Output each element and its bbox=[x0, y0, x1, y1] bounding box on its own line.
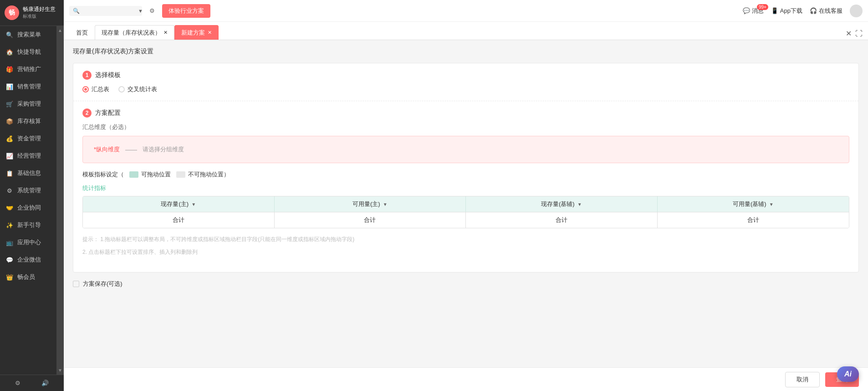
col-dropdown-2[interactable]: ▼ bbox=[577, 202, 582, 207]
tab-new-plan-close[interactable]: ✕ bbox=[208, 30, 212, 36]
draggable-legend-box bbox=[129, 171, 138, 178]
sidebar-label-basic: 基础信息 bbox=[17, 169, 41, 177]
sidebar-item-nav[interactable]: 🏠 快捷导航 bbox=[0, 43, 56, 61]
tips-area: 提示： 1.拖动标题栏可以调整布局，不可跨维度或指标区域拖动栏目字段(只能在同一… bbox=[82, 228, 849, 265]
sidebar-item-member[interactable]: 👑 畅会员 bbox=[0, 268, 56, 286]
tab-new-plan[interactable]: 新建方案 ✕ bbox=[174, 25, 219, 40]
sidebar-header: 畅 畅康通好生意 标准版 bbox=[0, 0, 64, 26]
cell-0-0: 合计 bbox=[83, 212, 275, 228]
step2-header: 2 方案配置 bbox=[82, 108, 849, 118]
save-option: 方案保存(可选) bbox=[73, 280, 859, 288]
col-dropdown-0[interactable]: ▼ bbox=[191, 202, 196, 207]
tab-inventory[interactable]: 现存量（库存状况表） ✕ bbox=[95, 25, 174, 40]
search-dropdown-arrow[interactable]: ▼ bbox=[138, 8, 143, 14]
box-icon: 📦 bbox=[5, 117, 14, 125]
online-service-label: 在线客服 bbox=[819, 7, 842, 15]
label-summary: 汇总表 bbox=[92, 85, 109, 93]
star-icon: ✨ bbox=[5, 221, 14, 229]
sidebar-item-purchase[interactable]: 🛒 采购管理 bbox=[0, 95, 56, 113]
col-label-3: 可用量(基辅) bbox=[733, 200, 766, 208]
sidebar-item-appcenter[interactable]: 📺 应用中心 bbox=[0, 234, 56, 251]
sidebar: 畅 畅康通好生意 标准版 🔍 搜索菜单 🏠 快捷导航 🎁 营销推广 📊 销售管理 bbox=[0, 0, 64, 391]
dimension-placeholder: 请选择分组维度 bbox=[143, 145, 184, 154]
radio-summary[interactable] bbox=[82, 86, 89, 93]
cell-0-2: 合计 bbox=[466, 212, 658, 228]
col-dropdown-3[interactable]: ▼ bbox=[769, 202, 774, 207]
dimension-area[interactable]: *纵向维度 —— 请选择分组维度 bbox=[82, 136, 849, 163]
tab-home[interactable]: 首页 bbox=[69, 25, 95, 40]
home-icon: 🏠 bbox=[5, 48, 14, 56]
sidebar-item-system[interactable]: ⚙ 系统管理 bbox=[0, 182, 56, 199]
trending-icon: 📈 bbox=[5, 152, 14, 160]
sidebar-item-collab[interactable]: 🤝 企业协同 bbox=[0, 199, 56, 216]
sidebar-label-system: 系统管理 bbox=[17, 186, 41, 195]
sidebar-label-finance: 资金管理 bbox=[17, 134, 41, 143]
col-header-3: 可用量(基辅) ▼ bbox=[658, 196, 849, 212]
indicator-settings: 模板指标设定（ 可拖动位置 不可拖动位置） bbox=[82, 170, 849, 179]
gift-icon: 🎁 bbox=[5, 65, 14, 73]
stats-table: 现存量(主) ▼ 可用量(主) ▼ 现存量(基辅) ▼ 可用量(基辅) bbox=[82, 196, 849, 228]
cart-icon: 🛒 bbox=[5, 100, 14, 108]
search-box[interactable]: 🔍 ▼ bbox=[69, 6, 142, 16]
col-label-0: 现存量(主) bbox=[161, 200, 189, 208]
sidebar-footer: ⚙ 🔊 bbox=[0, 375, 64, 391]
tip-0: 提示： 1.拖动标题栏可以调整布局，不可跨维度或指标区域拖动栏目字段(只能在同一… bbox=[82, 234, 849, 245]
settings-button[interactable]: ⚙ bbox=[146, 5, 158, 17]
app-download-label: App下载 bbox=[780, 7, 802, 15]
sidebar-label-inventory: 库存核算 bbox=[17, 117, 41, 125]
sidebar-item-search[interactable]: 🔍 搜索菜单 bbox=[0, 26, 56, 43]
radio-cross[interactable] bbox=[118, 86, 125, 93]
step1-badge: 1 bbox=[82, 71, 92, 80]
user-avatar[interactable] bbox=[850, 5, 863, 17]
stats-columns-header: 现存量(主) ▼ 可用量(主) ▼ 现存量(基辅) ▼ 可用量(基辅) bbox=[83, 196, 849, 212]
col-dropdown-1[interactable]: ▼ bbox=[383, 202, 388, 207]
volume-icon[interactable]: 🔊 bbox=[41, 380, 49, 386]
draggable-legend-label: 可拖动位置 bbox=[141, 170, 171, 179]
cell-0-1: 合计 bbox=[275, 212, 466, 228]
sidebar-label-collab: 企业协同 bbox=[17, 204, 41, 212]
col-label-2: 现存量(基辅) bbox=[541, 200, 575, 208]
tab-inventory-close[interactable]: ✕ bbox=[163, 30, 168, 36]
expand-window-button[interactable]: ⛶ bbox=[855, 30, 863, 38]
legend-fixed: 不可拖动位置） bbox=[176, 170, 230, 179]
chat-icon: 💬 bbox=[5, 256, 14, 264]
topbar: 🔍 ▼ ⚙ 体验行业方案 💬 消息 99+ 📱 App下载 🎧 在线客服 bbox=[64, 0, 868, 22]
scroll-up-arrow[interactable]: ▲ bbox=[58, 28, 62, 33]
search-icon: 🔍 bbox=[5, 31, 14, 39]
message-button[interactable]: 💬 消息 99+ bbox=[743, 7, 764, 15]
sidebar-item-wechat[interactable]: 💬 企业微信 bbox=[0, 251, 56, 268]
sidebar-item-operations[interactable]: 📈 经营管理 bbox=[0, 147, 56, 165]
save-checkbox[interactable] bbox=[73, 281, 79, 287]
sidebar-item-guide[interactable]: ✨ 新手引导 bbox=[0, 216, 56, 234]
trial-button[interactable]: 体验行业方案 bbox=[162, 4, 210, 18]
message-badge: 99+ bbox=[757, 4, 768, 10]
close-window-button[interactable]: ✕ bbox=[846, 29, 852, 38]
ai-float-button[interactable]: Ai bbox=[837, 366, 859, 382]
stats-row-0: 合计 合计 合计 合计 bbox=[83, 212, 849, 228]
vertical-required-label: *纵向维度 bbox=[94, 145, 120, 154]
sidebar-item-finance[interactable]: 💰 资金管理 bbox=[0, 130, 56, 147]
online-service-button[interactable]: 🎧 在线客服 bbox=[810, 7, 842, 15]
tab-inventory-label: 现存量（库存状况表） bbox=[102, 29, 161, 37]
sidebar-item-basic[interactable]: 📋 基础信息 bbox=[0, 165, 56, 182]
page-title: 现存量(库存状况表)方案设置 bbox=[73, 47, 859, 56]
sidebar-item-inventory[interactable]: 📦 库存核算 bbox=[0, 113, 56, 130]
search-input[interactable] bbox=[82, 8, 136, 14]
option-summary[interactable]: 汇总表 bbox=[82, 85, 109, 93]
cancel-button[interactable]: 取消 bbox=[785, 372, 820, 387]
sidebar-label-nav: 快捷导航 bbox=[17, 48, 41, 56]
app-download-button[interactable]: 📱 App下载 bbox=[771, 7, 802, 15]
sidebar-item-sales[interactable]: 📊 销售管理 bbox=[0, 78, 56, 95]
scroll-down-arrow[interactable]: ▼ bbox=[58, 368, 62, 373]
crown-icon: 👑 bbox=[5, 273, 14, 281]
col-header-0: 现存量(主) ▼ bbox=[83, 196, 275, 212]
sidebar-item-marketing[interactable]: 🎁 营销推广 bbox=[0, 61, 56, 78]
settings-icon[interactable]: ⚙ bbox=[15, 380, 20, 386]
col-label-1: 可用量(主) bbox=[352, 200, 380, 208]
option-cross[interactable]: 交叉统计表 bbox=[118, 85, 157, 93]
bottom-bar: 取消 查询 bbox=[64, 367, 868, 391]
sidebar-label-wechat: 企业微信 bbox=[17, 256, 41, 264]
col-header-2: 现存量(基辅) ▼ bbox=[466, 196, 658, 212]
sidebar-label-guide: 新手引导 bbox=[17, 221, 41, 229]
sidebar-label-member: 畅会员 bbox=[17, 273, 35, 281]
